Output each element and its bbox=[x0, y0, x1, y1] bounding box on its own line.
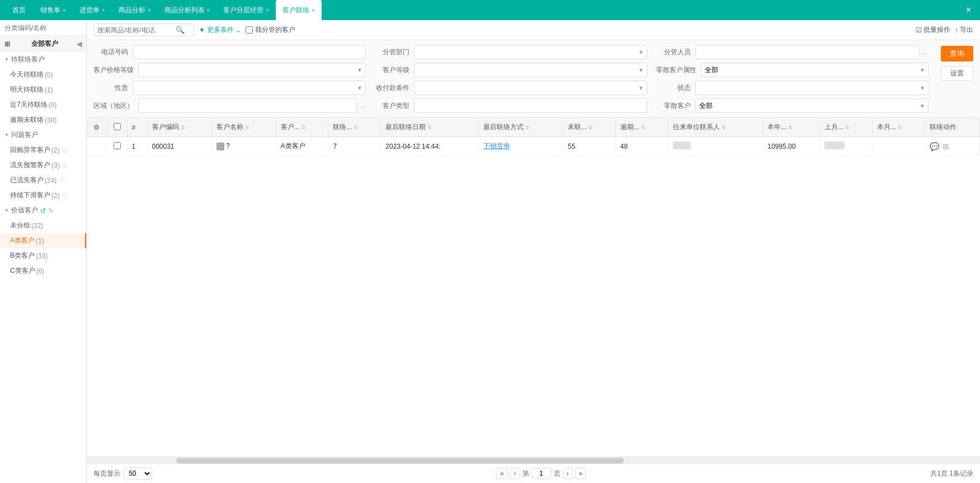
set-btn[interactable]: 设置 bbox=[941, 66, 973, 81]
th-unit-contact[interactable]: 往来单位联系人 ⇅ bbox=[668, 118, 763, 137]
group-pending-contact[interactable]: ▼ 待联络客户 bbox=[0, 52, 86, 67]
page-label: 第 bbox=[522, 469, 529, 479]
sidebar-a-class[interactable]: A类客户 (1) bbox=[0, 233, 86, 248]
table-header-row: ⚙ # 客户编码 ⇅ bbox=[87, 118, 980, 137]
sidebar-lost-warning[interactable]: 流失预警客户 (3) ⓘ bbox=[0, 158, 86, 173]
payment-select[interactable] bbox=[414, 80, 647, 95]
th-contact[interactable]: 联络... ⇅ bbox=[328, 118, 381, 137]
sidebar-lost-customer[interactable]: 已流失客户 (24) ⓘ bbox=[0, 173, 86, 188]
action-comment-icon[interactable]: 💬 bbox=[930, 142, 939, 151]
price-level-wrap: ▼ bbox=[138, 63, 366, 77]
th-this-year[interactable]: 本年... ⇅ bbox=[763, 118, 820, 137]
nav-analysis-close[interactable]: × bbox=[148, 7, 151, 13]
next-page-btn[interactable]: › bbox=[563, 468, 573, 479]
sidebar-b-class[interactable]: B类客户 (33) bbox=[0, 248, 86, 263]
filter-more-btn[interactable]: ▼ 更多条件 ⌄ bbox=[199, 25, 241, 35]
query-btn[interactable]: 查询 bbox=[941, 46, 973, 61]
dept-select[interactable] bbox=[414, 45, 647, 59]
th-no-contact[interactable]: 未联... ⇅ bbox=[563, 118, 615, 137]
filter-search-input[interactable] bbox=[97, 26, 176, 34]
row-checkbox[interactable] bbox=[114, 142, 121, 149]
td-actions: 💬 ⊞ bbox=[925, 137, 979, 156]
window-close-btn[interactable]: × bbox=[962, 5, 976, 15]
nav-customer-contact-close[interactable]: × bbox=[312, 7, 315, 13]
sidebar-overdue-contact[interactable]: 逾期未联络 (30) bbox=[0, 112, 86, 127]
scrollbar-thumb[interactable] bbox=[176, 458, 624, 463]
th-overdue[interactable]: 逾期... ⇅ bbox=[615, 118, 668, 137]
region-input[interactable] bbox=[138, 98, 357, 113]
sidebar-declining-customer[interactable]: 持续下滑客户 (2) ⓘ bbox=[0, 188, 86, 203]
batch-op-btn[interactable]: ☑ 批量操作 bbox=[916, 25, 950, 35]
th-settings[interactable]: ⚙ bbox=[87, 118, 107, 137]
nav-sales-close[interactable]: × bbox=[63, 7, 66, 13]
export-btn[interactable]: ↑ 导出 bbox=[955, 25, 973, 35]
region-dots[interactable]: … bbox=[359, 102, 366, 110]
th-last-method[interactable]: 最后联络方式 ⇅ bbox=[478, 118, 563, 137]
field-dept: 分管部门 ▼ bbox=[375, 45, 647, 59]
export-icon: ↑ bbox=[955, 26, 958, 34]
scatter-attr-select[interactable]: 全部 bbox=[701, 63, 929, 77]
group-problem-customer[interactable]: ▼ 问题客户 bbox=[0, 127, 86, 143]
th-this-month[interactable]: 本月... ⇅ bbox=[872, 118, 925, 137]
th-check bbox=[107, 118, 127, 137]
customer-level-select[interactable] bbox=[414, 63, 647, 77]
th-name[interactable]: 客户名称 ⇅ bbox=[211, 118, 276, 137]
th-last-date[interactable]: 最后联络日期 ⇅ bbox=[381, 118, 478, 137]
nav-purchase-close[interactable]: × bbox=[102, 7, 105, 13]
nav-customer-layer-close[interactable]: × bbox=[266, 7, 269, 13]
status-select[interactable] bbox=[695, 80, 929, 95]
price-level-label: 客户价格等级 bbox=[93, 65, 138, 75]
nature-select[interactable] bbox=[133, 80, 366, 95]
field-scatter-customer: 零散客户 全部 ▼ bbox=[656, 98, 929, 113]
customer-type-input[interactable] bbox=[414, 98, 647, 113]
sidebar-all-customers-header[interactable]: ⊞ 全部客户 ◀ bbox=[0, 36, 86, 52]
sidebar-today-contact[interactable]: 今天待联络 (0) bbox=[0, 67, 86, 82]
filter-toolbar: 🔍 ▼ 更多条件 ⌄ 我分管的客户 ☑ 批量操作 ↑ 导出 bbox=[87, 20, 980, 40]
sidebar-c-class[interactable]: C类客户 (6) bbox=[0, 263, 86, 278]
person-dots[interactable]: … bbox=[922, 48, 929, 56]
value-group-edit[interactable]: ✎ bbox=[48, 207, 54, 215]
sidebar-7day-contact[interactable]: 近7天待联络 (0) bbox=[0, 97, 86, 112]
value-group-refresh[interactable]: ↺ bbox=[40, 207, 46, 215]
td-overdue: 48 bbox=[615, 137, 668, 156]
td-last-method[interactable]: 下销货单 bbox=[478, 137, 563, 156]
page-size-label: 每页显示 bbox=[93, 469, 120, 479]
page-size-select[interactable]: 50 20 100 bbox=[124, 467, 152, 480]
sidebar-unclassified[interactable]: 未分组 (32) bbox=[0, 218, 86, 233]
td-unit-contact bbox=[668, 137, 763, 156]
sidebar-search-input[interactable] bbox=[4, 24, 87, 32]
price-level-select[interactable] bbox=[138, 63, 366, 77]
th-code[interactable]: 客户编码 ⇅ bbox=[147, 118, 211, 137]
nav-customer-contact[interactable]: 客户联络 × bbox=[276, 0, 322, 20]
last-page-btn[interactable]: » bbox=[575, 468, 587, 479]
th-last-month[interactable]: 上月... ⇅ bbox=[819, 118, 872, 137]
th-type[interactable]: 客户... ⇅ bbox=[276, 118, 328, 137]
settings-icon: ⚙ bbox=[93, 124, 100, 131]
sidebar-tomorrow-contact[interactable]: 明天待联络 (1) bbox=[0, 82, 86, 97]
nav-purchase[interactable]: 进货单 × bbox=[73, 0, 112, 20]
scatter-customer-select[interactable]: 全部 bbox=[695, 98, 929, 113]
group-value-customer[interactable]: ▼ 价值客户 ↺ ✎ bbox=[0, 203, 86, 218]
action-qr-icon[interactable]: ⊞ bbox=[943, 142, 949, 151]
person-input[interactable] bbox=[695, 45, 920, 59]
nav-customer-layer[interactable]: 客户分层经营 × bbox=[216, 0, 276, 20]
sidebar-repurchase-abnormal[interactable]: 回购异常客户 (2) ⓘ bbox=[0, 143, 86, 158]
nav-sales[interactable]: 销售单 × bbox=[34, 0, 73, 20]
first-page-btn[interactable]: « bbox=[496, 468, 508, 479]
horizontal-scrollbar[interactable] bbox=[87, 457, 980, 463]
my-customers-checkbox[interactable] bbox=[246, 26, 253, 34]
select-all-checkbox[interactable] bbox=[114, 123, 121, 130]
nav-analysis-list[interactable]: 商品分析列表 × bbox=[158, 0, 217, 20]
region-label: 区域（地区） bbox=[93, 101, 138, 111]
td-type: A类客户 bbox=[276, 137, 328, 156]
page-input[interactable] bbox=[531, 468, 552, 479]
nav-home[interactable]: 首页 bbox=[4, 0, 34, 20]
phone-input[interactable] bbox=[133, 45, 366, 59]
prev-page-btn[interactable]: ‹ bbox=[510, 468, 520, 479]
nav-analysis-list-close[interactable]: × bbox=[207, 7, 210, 13]
sidebar-collapse-btn[interactable]: ◀ bbox=[77, 40, 82, 48]
name-avatar bbox=[216, 143, 224, 150]
nav-analysis[interactable]: 商品分析 × bbox=[112, 0, 158, 20]
sidebar: 🔍 ⊞ 全部客户 ◀ ▼ 待联络客户 今天待联络 (0) 明天待联络 (1) 近… bbox=[0, 20, 87, 483]
my-customers-check[interactable]: 我分管的客户 bbox=[246, 25, 295, 35]
